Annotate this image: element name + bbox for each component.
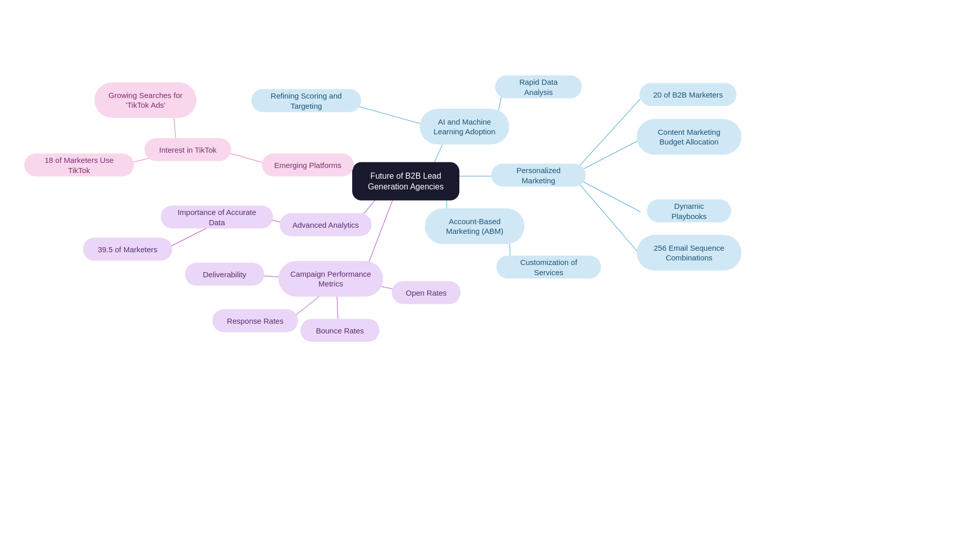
email-sequence-label: 256 Email Sequence Combinations — [646, 243, 732, 263]
emerging-platforms-node[interactable]: Emerging Platforms — [262, 154, 354, 177]
growing-searches-label: Growing Searches for 'TikTok Ads' — [104, 90, 187, 110]
svg-line-17 — [369, 199, 393, 263]
abm-node[interactable]: Account-Based Marketing (ABM) — [425, 208, 525, 244]
rapid-data-analysis-label: Rapid Data Analysis — [504, 77, 573, 97]
interest-tiktok-node[interactable]: Interest in TikTok — [144, 138, 231, 161]
marketers-percent-label: 39.5 of Marketers — [98, 244, 158, 254]
b2b-marketers-node[interactable]: 20 of B2B Marketers — [640, 83, 737, 106]
open-rates-node[interactable]: Open Rates — [392, 281, 461, 304]
refining-scoring-label: Refining Scoring and Targeting — [261, 91, 352, 111]
customization-services-node[interactable]: Customization of Services — [497, 256, 601, 279]
svg-line-4 — [579, 99, 641, 166]
marketers-tiktok-label: 18 of Marketers Use TikTok — [34, 155, 125, 175]
customization-services-label: Customization of Services — [506, 257, 592, 277]
svg-line-11 — [230, 153, 265, 163]
rapid-data-analysis-node[interactable]: Rapid Data Analysis — [495, 76, 582, 99]
bounce-rates-node[interactable]: Bounce Rates — [301, 319, 380, 342]
dynamic-playbooks-node[interactable]: Dynamic Playbooks — [647, 200, 731, 223]
response-rates-label: Response Rates — [227, 316, 284, 326]
ai-machine-learning-label: AI and Machine Learning Adoption — [429, 117, 500, 137]
svg-line-7 — [579, 184, 641, 255]
campaign-metrics-node[interactable]: Campaign Performance Metrics — [279, 261, 383, 297]
svg-line-6 — [579, 180, 641, 212]
b2b-marketers-label: 20 of B2B Marketers — [653, 89, 723, 100]
marketers-percent-node[interactable]: 39.5 of Marketers — [83, 238, 173, 261]
center-node[interactable]: Future of B2B Lead Generation Agencies — [352, 162, 459, 201]
deliverability-node[interactable]: Deliverability — [185, 263, 264, 286]
dynamic-playbooks-label: Dynamic Playbooks — [656, 201, 722, 221]
campaign-metrics-label: Campaign Performance Metrics — [288, 269, 374, 289]
content-budget-node[interactable]: Content Marketing Budget Allocation — [637, 119, 742, 155]
deliverability-label: Deliverability — [203, 269, 246, 279]
emerging-platforms-label: Emerging Platforms — [274, 160, 341, 170]
response-rates-node[interactable]: Response Rates — [212, 309, 298, 332]
personalized-marketing-label: Personalized Marketing — [501, 165, 577, 185]
svg-line-5 — [579, 139, 641, 171]
personalized-marketing-node[interactable]: Personalized Marketing — [492, 164, 586, 187]
open-rates-label: Open Rates — [406, 287, 447, 298]
growing-searches-node[interactable]: Growing Searches for 'TikTok Ads' — [94, 82, 197, 118]
center-label: Future of B2B Lead Generation Agencies — [361, 171, 450, 192]
svg-line-1 — [352, 105, 431, 127]
accurate-data-label: Importance of Accurate Data — [170, 207, 264, 227]
abm-label: Account-Based Marketing (ABM) — [434, 217, 516, 236]
advanced-analytics-label: Advanced Analytics — [292, 220, 359, 230]
email-sequence-node[interactable]: 256 Email Sequence Combinations — [637, 235, 742, 271]
advanced-analytics-node[interactable]: Advanced Analytics — [280, 213, 372, 236]
svg-line-21 — [337, 294, 338, 319]
content-budget-label: Content Marketing Budget Allocation — [646, 127, 732, 147]
interest-tiktok-label: Interest in TikTok — [159, 145, 217, 155]
marketers-tiktok-node[interactable]: 18 of Marketers Use TikTok — [24, 154, 134, 177]
ai-machine-learning-node[interactable]: AI and Machine Learning Adoption — [420, 109, 509, 145]
accurate-data-node[interactable]: Importance of Accurate Data — [161, 206, 273, 229]
refining-scoring-node[interactable]: Refining Scoring and Targeting — [252, 89, 361, 112]
bounce-rates-label: Bounce Rates — [316, 325, 364, 335]
